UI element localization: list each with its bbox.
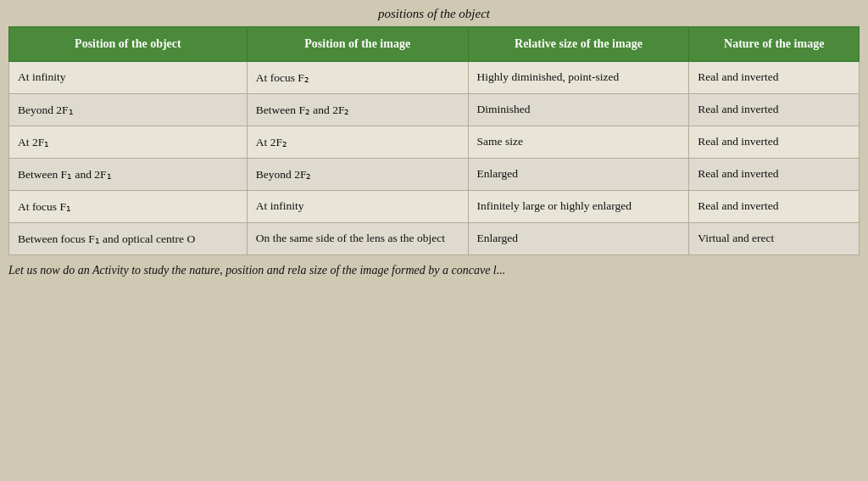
cell-col1: At 2F₁ — [9, 126, 248, 159]
page-background: positions of the object Position of the … — [0, 0, 868, 481]
cell-col2: On the same side of the lens as the obje… — [247, 223, 468, 255]
table-row: At 2F₁At 2F₂Same sizeReal and inverted — [9, 126, 860, 159]
cell-col4: Real and inverted — [689, 191, 860, 223]
table-row: Between F₁ and 2F₁Beyond 2F₂EnlargedReal… — [9, 159, 860, 191]
cell-col3: Same size — [468, 126, 689, 159]
table-header-row: Position of the object Position of the i… — [9, 27, 860, 62]
cell-col3: Highly diminished, point-sized — [468, 62, 689, 94]
cell-col4: Real and inverted — [689, 94, 860, 126]
cell-col4: Real and inverted — [689, 126, 860, 159]
table-row: At infinityAt focus F₂Highly diminished,… — [9, 62, 860, 94]
header-col4: Nature of the image — [689, 27, 860, 62]
header-col2: Position of the image — [247, 27, 468, 62]
cell-col2: At 2F₂ — [247, 126, 468, 159]
table-row: Between focus F₁ and optical centre OOn … — [9, 223, 860, 255]
table-wrapper: Position of the object Position of the i… — [8, 26, 860, 255]
cell-col1: Between F₁ and 2F₁ — [9, 159, 248, 191]
cell-col2: Beyond 2F₂ — [247, 159, 468, 191]
table-row: At focus F₁At infinityInfinitely large o… — [9, 191, 860, 223]
cell-col3: Enlarged — [468, 223, 689, 255]
optics-table: Position of the object Position of the i… — [8, 26, 860, 255]
footer-text: Let us now do an Activity to study the n… — [8, 264, 860, 277]
cell-col1: Between focus F₁ and optical centre O — [9, 223, 248, 255]
header-col1: Position of the object — [9, 27, 248, 62]
cell-col1: At infinity — [9, 62, 248, 94]
cell-col2: At focus F₂ — [247, 62, 468, 94]
cell-col4: Real and inverted — [689, 159, 860, 191]
cell-col3: Enlarged — [468, 159, 689, 191]
cell-col2: At infinity — [247, 191, 468, 223]
cell-col4: Virtual and erect — [689, 223, 860, 255]
table-row: Beyond 2F₁Between F₂ and 2F₂DiminishedRe… — [9, 94, 860, 126]
cell-col3: Diminished — [468, 94, 689, 126]
cell-col1: Beyond 2F₁ — [9, 94, 248, 126]
cell-col4: Real and inverted — [689, 62, 860, 94]
cell-col3: Infinitely large or highly enlarged — [468, 191, 689, 223]
header-col3: Relative size of the image — [468, 27, 689, 62]
page-title: positions of the object — [0, 0, 868, 26]
cell-col1: At focus F₁ — [9, 191, 248, 223]
cell-col2: Between F₂ and 2F₂ — [247, 94, 468, 126]
